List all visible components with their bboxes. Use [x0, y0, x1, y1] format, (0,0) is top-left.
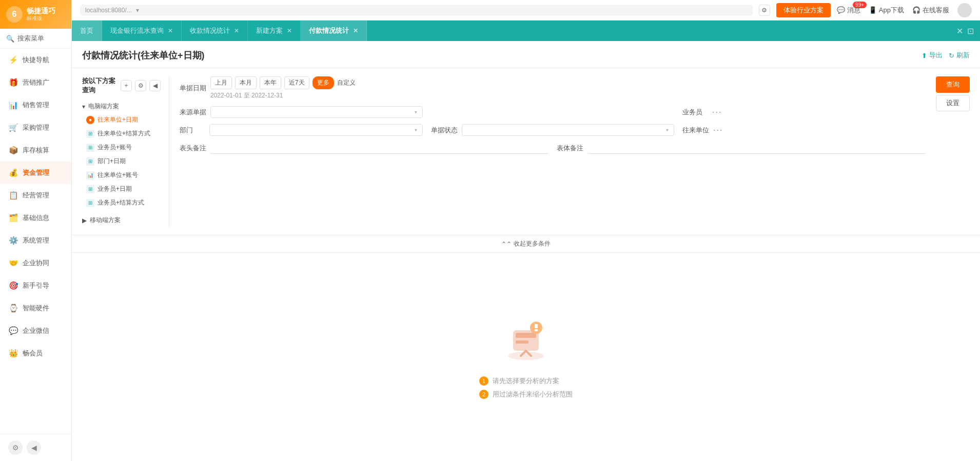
date-this-month-btn[interactable]: 本月: [235, 76, 257, 89]
refresh-btn[interactable]: ↻ 刷新: [949, 51, 970, 60]
trial-btn[interactable]: 体验行业方案: [776, 3, 831, 17]
filter-settings-btn[interactable]: 设置: [936, 95, 970, 111]
topbar-settings-btn[interactable]: ⚙: [759, 5, 770, 16]
messages-btn[interactable]: 💬 消息 99+: [837, 6, 860, 15]
operation-icon: 📋: [8, 190, 18, 201]
scheme-staff-settle[interactable]: ⊞ 业务员+结算方式: [82, 196, 161, 210]
tab-new-scheme[interactable]: 新建方案 ✕: [248, 21, 301, 41]
date-this-year-btn[interactable]: 本年: [260, 76, 281, 89]
logo-text: 畅捷通巧 标准版: [27, 7, 55, 23]
footer-collapse-btn[interactable]: ◀: [27, 440, 41, 455]
header-note-field: 表头备注: [180, 142, 548, 154]
mobile-section[interactable]: ▶ 移动端方案: [82, 214, 161, 227]
sidebar-item-member[interactable]: 👑 畅会员: [0, 342, 71, 365]
window-buttons: ✕ ⊡: [950, 21, 980, 41]
address-text: localhost:8080/...: [85, 7, 132, 14]
empty-tip-1: 1 请先选择要分析的方案: [479, 376, 573, 386]
expand-window-btn[interactable]: ⊡: [967, 26, 974, 36]
query-btn[interactable]: 查询: [936, 76, 970, 93]
date-7days-btn[interactable]: 近7天: [284, 76, 309, 89]
messages-icon: 💬: [837, 6, 845, 14]
page-title: 付款情况统计(往来单位+日期): [82, 49, 205, 62]
chevron-down-icon: ▾: [82, 103, 85, 110]
empty-tips: 1 请先选择要分析的方案 2 用过滤条件来缩小分析范围: [479, 376, 573, 399]
sidebar-item-quick-nav[interactable]: ⚡ 快捷导航: [0, 49, 71, 71]
sidebar-item-sales[interactable]: 📊 销售管理: [0, 94, 71, 116]
tab-receipt-stats-close[interactable]: ✕: [234, 27, 239, 34]
date-more-btn[interactable]: 更多: [312, 76, 334, 89]
app-download-btn[interactable]: 📱 App下载: [869, 6, 904, 15]
address-bar[interactable]: localhost:8080/... ▾: [80, 5, 753, 16]
add-scheme-btn[interactable]: +: [121, 80, 132, 91]
desktop-section-header[interactable]: ▾ 电脑端方案: [82, 100, 161, 113]
chevron-up-icon: ⌃⌃: [501, 240, 512, 248]
sidebar-item-purchase[interactable]: 🛒 采购管理: [0, 116, 71, 139]
hardware-icon: ⌚: [8, 303, 18, 313]
sidebar-item-inventory[interactable]: 📦 库存核算: [0, 139, 71, 162]
empty-state: 1 请先选择要分析的方案 2 用过滤条件来缩小分析范围: [72, 253, 980, 461]
tip-num-1: 1: [479, 376, 488, 386]
dept-select[interactable]: ▾: [209, 124, 423, 136]
staff-more-btn[interactable]: ···: [712, 108, 722, 117]
scheme-staff-date[interactable]: ⊞ 业务员+日期: [82, 182, 161, 196]
scheme-party-date[interactable]: ● 往来单位+日期: [82, 113, 161, 127]
tip-num-2: 2: [479, 390, 488, 399]
tab-payment-stats-close[interactable]: ✕: [353, 27, 358, 34]
scheme-staff-settle-icon: ⊞: [86, 199, 94, 207]
sidebar-item-hardware[interactable]: ⌚ 智能硬件: [0, 297, 71, 319]
purchase-icon: 🛒: [8, 123, 18, 133]
tab-home[interactable]: 首页: [72, 21, 102, 41]
search-menu[interactable]: 🔍 搜索菜单: [0, 29, 71, 49]
dept-field: 部门 ▾: [180, 124, 423, 136]
service-btn[interactable]: 🎧 在线客服: [912, 6, 949, 15]
scheme-settings-btn[interactable]: ⚙: [135, 80, 146, 91]
tab-bank-flow-close[interactable]: ✕: [168, 27, 173, 34]
svg-rect-2: [516, 333, 536, 338]
source-dropdown-icon: ▾: [415, 109, 417, 115]
sidebar: 6 畅捷通巧 标准版 🔍 搜索菜单 ⚡ 快捷导航 🎁 营销推广 📊 销售管理 🛒…: [0, 0, 72, 461]
date-filter-row: 单据日期 上月 本月 本年 近7天 更多 自定义: [180, 76, 926, 100]
scheme-party-account[interactable]: 📊 往来单位+账号: [82, 168, 161, 182]
date-field: 单据日期 上月 本月 本年 近7天 更多 自定义: [180, 76, 926, 100]
scheme-party-account-icon: 📊: [86, 171, 94, 179]
scheme-dept-date[interactable]: ⊞ 部门+日期: [82, 154, 161, 168]
left-panel-header: 按以下方案查询 + ⚙ ◀: [82, 76, 161, 95]
sidebar-item-marketing[interactable]: 🎁 营销推广: [0, 71, 71, 94]
sidebar-item-operation[interactable]: 📋 经营管理: [0, 184, 71, 207]
body-note-input[interactable]: [587, 142, 926, 154]
scheme-staff-account[interactable]: ⊞ 业务员+账号: [82, 141, 161, 154]
tab-receipt-stats[interactable]: 收款情况统计 ✕: [182, 21, 248, 41]
export-btn[interactable]: ⬆ 导出: [922, 51, 943, 60]
close-window-btn[interactable]: ✕: [956, 26, 963, 36]
sidebar-item-basic[interactable]: 🗂️ 基础信息: [0, 207, 71, 229]
tab-bank-flow[interactable]: 现金银行流水查询 ✕: [102, 21, 182, 41]
tabbar: 首页 现金银行流水查询 ✕ 收款情况统计 ✕ 新建方案 ✕ 付款情况统计 ✕ ✕…: [72, 21, 980, 41]
guide-icon: 🎯: [8, 280, 18, 291]
source-select[interactable]: ▾: [210, 106, 423, 118]
body-note-field: 表体备注: [557, 142, 926, 154]
status-select[interactable]: ▾: [462, 124, 674, 136]
tab-payment-stats[interactable]: 付款情况统计 ✕: [301, 21, 367, 41]
sidebar-item-enterprise[interactable]: 🤝 企业协同: [0, 252, 71, 274]
date-custom-label: 自定义: [337, 78, 356, 87]
marketing-icon: 🎁: [8, 77, 18, 88]
collapse-conditions-btn[interactable]: ⌃⌃ 收起更多条件: [501, 239, 551, 248]
party-field: 往来单位 ···: [682, 124, 926, 136]
date-last-month-btn[interactable]: 上月: [210, 76, 232, 89]
scheme-party-settle[interactable]: ⊞ 往来单位+结算方式: [82, 127, 161, 141]
panel-collapse-btn[interactable]: ◀: [149, 80, 161, 91]
sidebar-item-system[interactable]: ⚙️ 系统管理: [0, 229, 71, 252]
export-icon: ⬆: [922, 52, 927, 59]
sidebar-item-guide[interactable]: 🎯 新手引导: [0, 274, 71, 297]
tab-new-scheme-close[interactable]: ✕: [287, 27, 292, 34]
date-options: 上月 本月 本年 近7天 更多 自定义: [210, 76, 356, 89]
svg-rect-5: [535, 324, 538, 328]
logo-icon: 6: [6, 6, 23, 23]
svg-rect-3: [516, 340, 528, 344]
sidebar-item-capital[interactable]: 💰 资金管理: [0, 162, 71, 184]
party-more-btn[interactable]: ···: [713, 126, 723, 135]
header-note-input[interactable]: [210, 142, 548, 154]
footer-settings-btn[interactable]: ⚙: [8, 440, 23, 455]
user-avatar[interactable]: [957, 3, 972, 17]
sidebar-item-wechat[interactable]: 💬 企业微信: [0, 319, 71, 342]
